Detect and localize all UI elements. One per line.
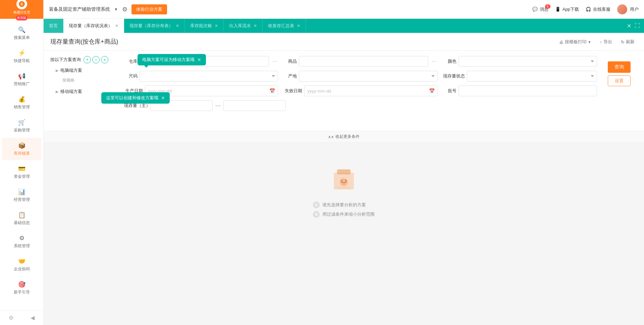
sidebar-item-quicknav[interactable]: ⚡ 快捷导航 — [2, 45, 41, 68]
settings-footer-btn[interactable]: ⚙ — [9, 315, 13, 321]
collapse-bar[interactable]: ∧∧ 收起更多条件 — [44, 131, 644, 143]
sidebar-item-guide[interactable]: 🎯 新手引导 — [2, 277, 41, 299]
collapse-up-icon: ∧∧ — [328, 134, 334, 139]
export-btn[interactable]: ↑ 导出 — [597, 38, 615, 46]
stock-status-label: 现存量状态 — [443, 73, 465, 79]
empty-steps: ① 请先选择要分析的方案 ② 用过滤条件来缩小分析范围 — [313, 202, 375, 218]
sidebar-item-marketing[interactable]: 📢 营销推广 — [2, 68, 41, 91]
tab-close-icon[interactable]: ✕ — [115, 23, 118, 28]
tab-close-icon[interactable]: ✕ — [176, 23, 179, 28]
sidebar-item-inventory[interactable]: 📦 库存核算 — [2, 138, 41, 160]
sidebar: 6 畅通好生意 标准版 🔍 搜索菜单 ⚡ 快捷导航 📢 营销推广 💰 销售管理 … — [0, 0, 44, 325]
exp-date-label: 失效日期 — [283, 88, 302, 94]
scheme-tree: ▶ 电脑端方案 按规格 ▶ 移动端方案 — [56, 66, 117, 96]
svg-rect-3 — [337, 169, 351, 174]
color-select[interactable] — [459, 56, 597, 67]
tab-close-icon[interactable]: ✕ — [297, 23, 300, 28]
origin-select[interactable] — [299, 71, 437, 82]
warehouse-label: 仓库 — [124, 58, 138, 64]
refresh-icon: ↻ — [621, 40, 625, 45]
sidebar-item-system[interactable]: ⚙ 系统管理 — [2, 230, 41, 253]
app-download-btn[interactable]: 📱 App下载 — [555, 6, 579, 12]
tab-close-all-btn[interactable]: ✕ — [627, 23, 631, 29]
add-scheme-btn[interactable]: + — [84, 56, 91, 63]
user-menu[interactable]: 用户 — [617, 4, 639, 14]
print-dropdown-icon: ▼ — [588, 40, 591, 44]
refresh-btn[interactable]: ↻ 刷新 — [618, 38, 637, 46]
tab-flow[interactable]: 出入库流水 ✕ — [224, 19, 263, 33]
messages-btn[interactable]: 💬 消息 6 — [532, 6, 548, 12]
batch-input[interactable] — [459, 86, 597, 96]
sub-item-1[interactable]: 按规格 — [62, 76, 117, 85]
search-icon: 🔍 — [18, 26, 25, 34]
goods-label: 商品 — [283, 58, 297, 64]
tooltip-create-scheme: 这里可以创建和修改方案哦 ✕ — [101, 92, 170, 104]
search-buttons: 查询 设置 — [608, 61, 631, 86]
sidebar-item-label: 新手引导 — [14, 289, 30, 295]
size-label: 尺码 — [124, 73, 138, 79]
message-icon: 💬 — [532, 7, 538, 12]
desktop-scheme-label: 电脑端方案 — [60, 67, 82, 73]
guide-icon: 🎯 — [18, 281, 25, 288]
sidebar-item-purchase[interactable]: 🛒 采购管理 — [2, 115, 41, 137]
tab-close-icon[interactable]: ✕ — [215, 23, 218, 28]
tab-inventory-status-label: 现存量（库存状况表） — [69, 23, 112, 29]
step-2-num: ② — [313, 211, 320, 218]
stock-max-input[interactable] — [223, 100, 286, 111]
color-label: 颜色 — [443, 58, 457, 64]
messages-badge: 6 — [545, 4, 550, 9]
tab-close-icon[interactable]: ✕ — [254, 23, 257, 28]
sidebar-item-label: 经营管理 — [14, 197, 30, 203]
tab-inventory-dist[interactable]: 现存量（库存分布表） ✕ — [124, 19, 185, 33]
sidebar-item-label: 销售管理 — [14, 104, 30, 110]
collapse-sidebar-btn[interactable]: ◀ — [31, 315, 35, 321]
page-header: 现存量查询(按仓库+商品) 🖨 按模板打印 ▼ ↑ 导出 ↻ 刷新 — [44, 33, 644, 51]
desktop-scheme-item[interactable]: ▶ 电脑端方案 — [56, 66, 117, 75]
back-scheme-btn[interactable]: « — [101, 56, 108, 63]
online-service-label: 在线客服 — [593, 6, 610, 12]
sidebar-item-basics[interactable]: 📋 基础信息 — [2, 207, 41, 230]
user-label: 用户 — [630, 6, 639, 12]
tab-fullscreen-btn[interactable]: ⛶ — [635, 23, 640, 29]
sidebar-item-sales[interactable]: 💰 销售管理 — [2, 92, 41, 114]
size-select[interactable] — [140, 71, 278, 82]
inventory-icon: 📦 — [18, 142, 25, 149]
logo-icon: 6 — [16, 0, 27, 9]
print-btn[interactable]: 🖨 按模板打印 ▼ — [556, 38, 594, 46]
collab-icon: 🤝 — [18, 258, 25, 265]
stock-status-select[interactable] — [467, 71, 597, 82]
svg-point-4 — [340, 178, 348, 186]
tab-inventory-dist-label: 现存量（库存分布表） — [129, 23, 173, 29]
tab-inventory-status[interactable]: 现存量（库存状况表） ✕ — [63, 19, 124, 33]
system-dropdown-btn[interactable]: ▼ — [114, 7, 118, 12]
header-settings-btn[interactable]: ⚙ — [122, 6, 127, 13]
empty-step-2: ② 用过滤条件来缩小分析范围 — [313, 211, 375, 218]
edit-scheme-btn[interactable]: ○ — [92, 56, 100, 63]
tab-summary[interactable]: 收发存汇总表 ✕ — [263, 19, 306, 33]
exp-date-input[interactable]: yyyy-mm-dd 📅 — [304, 86, 437, 96]
calendar-icon: 📅 — [269, 88, 275, 94]
reset-btn[interactable]: 设置 — [608, 75, 631, 86]
system-icon: ⚙ — [19, 234, 24, 242]
system-name: 装备及固定资产辅助管理系统 — [49, 6, 110, 12]
industry-btn[interactable]: 体验行业方案 — [131, 4, 167, 14]
sidebar-item-finance[interactable]: 💳 资金管理 — [2, 161, 41, 183]
operations-icon: 📊 — [18, 188, 25, 196]
sub-item-label: 按规格 — [62, 77, 74, 83]
tooltip2-close[interactable]: ✕ — [161, 95, 165, 101]
tree-arrow-icon2: ▶ — [56, 90, 58, 94]
sidebar-item-label: 采购管理 — [14, 127, 30, 133]
sidebar-item-search[interactable]: 🔍 搜索菜单 — [2, 22, 41, 45]
sidebar-item-operations[interactable]: 📊 经营管理 — [2, 184, 41, 207]
sidebar-item-collab[interactable]: 🤝 企业协同 — [2, 254, 41, 276]
basics-icon: 📋 — [18, 211, 25, 219]
search-btn[interactable]: 查询 — [608, 61, 631, 73]
warehouse-dots-btn[interactable]: ··· — [271, 58, 278, 64]
tooltip1-close[interactable]: ✕ — [197, 57, 201, 62]
tab-batch[interactable]: 库存批次账 ✕ — [185, 19, 224, 33]
tab-home[interactable]: 首页 — [44, 19, 63, 33]
filter-label: 按以下方案查询 — [50, 57, 81, 63]
goods-input[interactable] — [299, 56, 428, 67]
online-service-btn[interactable]: 🎧 在线客服 — [586, 6, 610, 12]
goods-dots-btn[interactable]: ··· — [430, 58, 437, 64]
